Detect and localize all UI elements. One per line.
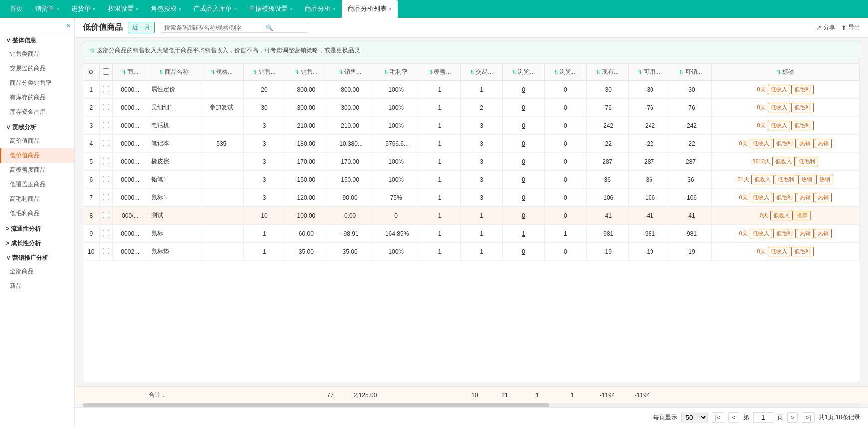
prev-page-button[interactable]: < (728, 412, 739, 423)
browse-link[interactable]: 0 (522, 140, 525, 147)
row-browse1[interactable]: 0 (503, 189, 545, 207)
th-sellable[interactable]: ⇅ 可销... (670, 64, 712, 81)
nav-purchase[interactable]: 进货单 × (65, 0, 102, 18)
close-icon[interactable]: × (290, 6, 293, 12)
th-sale1[interactable]: ⇅ 销售... (285, 64, 327, 81)
row-browse1[interactable]: 1 (503, 225, 545, 243)
row-checkbox[interactable] (103, 140, 109, 146)
share-button[interactable]: ↗ 分享 (816, 23, 835, 32)
close-icon[interactable]: × (234, 6, 237, 12)
nav-permissions[interactable]: 权限设置 × (102, 0, 145, 18)
row-checkbox[interactable] (103, 212, 109, 218)
sidebar-item-new-products[interactable]: 新品 (0, 279, 74, 293)
row-checkbox-cell[interactable] (99, 117, 112, 135)
close-icon[interactable]: × (179, 6, 182, 12)
page-number-input[interactable] (753, 412, 773, 423)
th-name[interactable]: ⇅ 商品名称 (148, 64, 200, 81)
row-checkbox-cell[interactable] (99, 189, 112, 207)
row-checkbox[interactable] (103, 230, 109, 236)
th-browse1[interactable]: ⇅ 浏览... (503, 64, 545, 81)
first-page-button[interactable]: |< (712, 412, 724, 423)
row-browse1[interactable]: 0 (503, 153, 545, 171)
close-icon[interactable]: × (56, 6, 59, 12)
row-checkbox[interactable] (103, 122, 109, 128)
browse-link[interactable]: 0 (522, 194, 525, 201)
nav-sales[interactable]: 销货单 × (29, 0, 65, 18)
sidebar-group-overall[interactable]: ∨ 整体信息 (0, 32, 74, 47)
nav-roles[interactable]: 角色授权 × (145, 0, 188, 18)
row-checkbox-cell[interactable] (99, 207, 112, 225)
browse-link[interactable]: 0 (522, 86, 525, 93)
browse-link[interactable]: 0 (522, 104, 525, 111)
th-trade[interactable]: ⇅ 交易... (461, 64, 503, 81)
th-stock[interactable]: ⇅ 现有... (586, 64, 628, 81)
th-code[interactable]: ⇅ 商... (112, 64, 148, 81)
browse-link[interactable]: 0 (522, 122, 525, 129)
th-gross[interactable]: ⇅ 毛利率 (373, 64, 419, 81)
sidebar-item-stocked-products[interactable]: 有库存的商品 (0, 90, 74, 105)
nav-product-analysis-list[interactable]: 商品分析列表 × (342, 0, 398, 18)
row-browse1[interactable]: 0 (503, 207, 545, 225)
row-checkbox[interactable] (103, 176, 109, 182)
nav-product-analysis[interactable]: 商品分析 × (299, 0, 342, 18)
last-page-button[interactable]: >| (802, 412, 814, 423)
search-input[interactable] (164, 24, 264, 31)
row-checkbox[interactable] (103, 158, 109, 164)
export-button[interactable]: ⬆ 导出 (841, 23, 860, 32)
sidebar-item-traded-products[interactable]: 交易过的商品 (0, 61, 74, 76)
browse-link[interactable]: 0 (522, 248, 525, 255)
browse-link[interactable]: 0 (522, 212, 525, 219)
th-sale2[interactable]: ⇅ 销售... (327, 64, 373, 81)
row-browse1[interactable]: 0 (503, 135, 545, 153)
th-cover[interactable]: ⇅ 覆盖... (419, 64, 461, 81)
row-checkbox-cell[interactable] (99, 243, 112, 261)
close-icon[interactable]: × (333, 6, 336, 12)
browse-link[interactable]: 0 (522, 176, 525, 183)
sidebar-item-high-coverage[interactable]: 高覆盖度商品 (0, 163, 74, 177)
th-checkbox[interactable] (99, 64, 112, 81)
browse-link[interactable]: 0 (522, 158, 525, 165)
row-checkbox-cell[interactable] (99, 99, 112, 117)
select-all-checkbox[interactable] (103, 68, 109, 75)
sidebar-item-low-value[interactable]: 低价值商品 (0, 148, 74, 163)
close-icon[interactable]: × (136, 6, 139, 12)
row-browse1[interactable]: 0 (503, 99, 545, 117)
close-icon[interactable]: × (389, 6, 392, 12)
nav-product-storage[interactable]: 产成品入库单 × (187, 0, 243, 18)
row-browse1[interactable]: 0 (503, 171, 545, 189)
row-checkbox-cell[interactable] (99, 171, 112, 189)
row-checkbox-cell[interactable] (99, 81, 112, 99)
sidebar-group-contribution[interactable]: ∨ 贡献分析 (0, 119, 74, 134)
sidebar-item-sales-products[interactable]: 销售类商品 (0, 47, 74, 61)
sidebar-item-all-products[interactable]: 全部商品 (0, 264, 74, 279)
sidebar-group-growth[interactable]: > 成长性分析 (0, 235, 74, 250)
row-checkbox[interactable] (103, 194, 109, 200)
sidebar-group-circulation[interactable]: > 流通性分析 (0, 221, 74, 235)
filter-tag-button[interactable]: 近一月 (128, 22, 155, 33)
sidebar-item-high-value[interactable]: 高价值商品 (0, 134, 74, 148)
sidebar-item-inventory-capital[interactable]: 库存资金占用 (0, 105, 74, 119)
row-browse1[interactable]: 0 (503, 81, 545, 99)
next-page-button[interactable]: > (787, 412, 798, 423)
sidebar-group-marketing[interactable]: ∨ 营销推广分析 (0, 250, 74, 264)
sidebar-collapse-button[interactable]: « (66, 21, 70, 29)
row-checkbox[interactable] (103, 86, 109, 92)
sidebar-item-low-coverage[interactable]: 低覆盖度商品 (0, 177, 74, 192)
row-checkbox[interactable] (103, 104, 109, 110)
th-browse2[interactable]: ⇅ 浏览... (544, 64, 586, 81)
row-checkbox[interactable] (103, 248, 109, 254)
th-qty[interactable]: ⇅ 销售... (243, 64, 285, 81)
row-checkbox-cell[interactable] (99, 225, 112, 243)
row-browse1[interactable]: 0 (503, 117, 545, 135)
row-browse1[interactable]: 0 (503, 243, 545, 261)
nav-home[interactable]: 首页 (4, 0, 29, 18)
sidebar-item-category-sales[interactable]: 商品分类销售率 (0, 76, 74, 90)
page-size-select[interactable]: 50 100 (681, 412, 708, 423)
th-settings[interactable]: ⚙ (83, 64, 99, 81)
sidebar-item-low-margin[interactable]: 低毛利商品 (0, 206, 74, 221)
nav-template-settings[interactable]: 单据模板设置 × (243, 0, 299, 18)
sidebar-item-high-margin[interactable]: 高毛利商品 (0, 192, 74, 206)
th-avail[interactable]: ⇅ 可用... (628, 64, 670, 81)
row-checkbox-cell[interactable] (99, 153, 112, 171)
row-checkbox-cell[interactable] (99, 135, 112, 153)
